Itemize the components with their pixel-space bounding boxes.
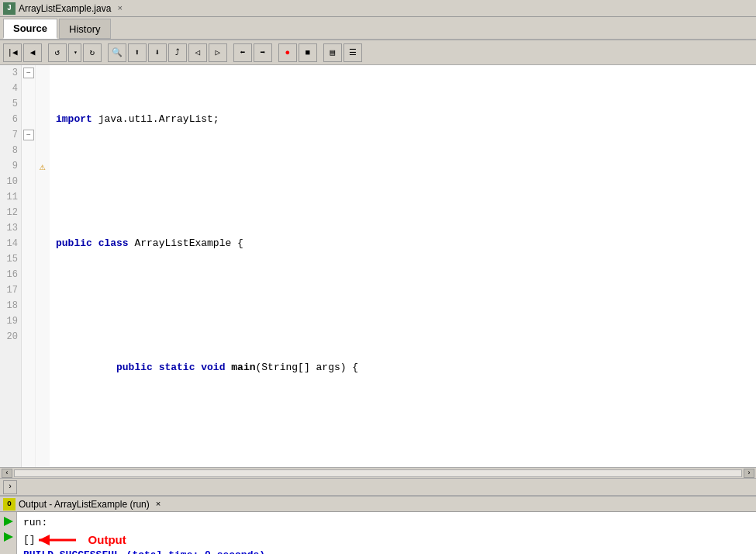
expand-button[interactable]: › [3,480,17,494]
line-num-12: 12 [0,205,21,220]
toolbar-btn-record[interactable]: ● [278,43,297,62]
play-triangle-icon-2 [4,532,13,542]
line-num-15: 15 [0,251,21,267]
bottom-expand-bar: › [0,478,756,495]
fold-btn-7[interactable]: − [23,130,34,140]
output-annotation-arrow [39,533,85,547]
toolbar-btn-stop[interactable]: ■ [299,43,317,62]
fold-gutter: − − [22,65,36,467]
play-triangle-icon [4,517,13,526]
editor-toolbar: |◀ ◀ ↺ ▾ ↻ 🔍 ⬆ ⬇ ⤴ ◁ ▷ ⬅ ➡ ● ■ ▤ ☰ [0,40,756,65]
code-line-7: public static void main(String[] args) { [50,360,756,376]
scroll-left-arrow[interactable]: ‹ [2,469,12,478]
tab-history[interactable]: History [59,19,110,39]
toolbar-btn-7[interactable]: ➡ [254,43,272,62]
toolbar-btn-toggle-bkpt[interactable]: ⤴ [168,43,187,62]
output-icon: O [3,498,16,511]
toolbar-btn-undo[interactable]: ↺ [48,43,67,62]
editor-container: 3 4 5 6 7 8 9 10 11 12 13 14 15 16 17 18… [0,65,756,467]
line-num-18: 18 [0,298,21,313]
output-panel-title: Output - ArrayListExample (run) [19,499,150,510]
line-num-16: 16 [0,267,21,282]
toolbar-btn-1[interactable]: |◀ [3,43,22,62]
output-annotation-text: Output [88,532,126,548]
code-area[interactable]: import java.util.ArrayList; public class… [50,65,756,467]
left-icon-area: ⚠ [36,65,50,467]
toolbar-dropdown-undo[interactable]: ▾ [68,43,81,62]
output-run-label: run: [23,515,750,531]
line-num-4: 4 [0,81,21,96]
line-num-10: 10 [0,174,21,189]
output-panel: O Output - ArrayListExample (run) × run:… [0,495,756,554]
run-button-2[interactable] [2,531,15,543]
code-line-4 [50,174,756,189]
line-num-14: 14 [0,236,21,251]
scroll-track[interactable] [14,469,742,477]
tab-source[interactable]: Source [3,19,57,39]
output-content: run: [] Output BUILD SUCCESSFUL (total t… [0,512,756,554]
warning-icon-line9: ⚠ [36,161,50,173]
line-num-5: 5 [0,96,21,112]
toolbar-btn-find-prev[interactable]: ⬆ [128,43,147,62]
toolbar-btn-search[interactable]: 🔍 [108,43,126,62]
line-num-6: 6 [0,112,21,127]
toolbar-btn-lines[interactable]: ☰ [343,43,362,62]
build-result: BUILD SUCCESSFUL (total time: 0 seconds) [23,548,750,554]
code-line-8 [50,422,756,438]
fold-btn-3[interactable]: − [23,68,34,78]
code-line-6 [50,298,756,313]
line-num-11: 11 [0,189,21,205]
title-bar: J ArrayListExample.java × [0,0,756,17]
toolbar-btn-6[interactable]: ⬅ [233,43,252,62]
toolbar-btn-columns[interactable]: ▤ [323,43,342,62]
output-body: run: [] Output BUILD SUCCESSFUL (total t… [17,512,756,554]
line-num-17: 17 [0,282,21,298]
close-tab-button[interactable]: × [117,4,123,13]
toolbar-btn-2[interactable]: ◀ [23,43,42,62]
line-num-9: 9 [0,158,21,174]
line-num-3: 3 [0,65,21,81]
line-num-19: 19 [0,313,21,329]
output-result: [] [23,532,36,548]
code-line-3: import java.util.ArrayList; [50,112,756,127]
line-numbers: 3 4 5 6 7 8 9 10 11 12 13 14 15 16 17 18… [0,65,22,467]
run-button-1[interactable] [2,515,15,528]
line-num-7: 7 [0,127,21,143]
output-annotation-row: [] Output [23,532,750,548]
output-title-bar: O Output - ArrayListExample (run) × [0,495,756,512]
horizontal-scrollbar[interactable]: ‹ › [0,467,756,478]
toolbar-btn-find-next[interactable]: ⬇ [148,43,167,62]
line-num-8: 8 [0,143,21,158]
output-close-button[interactable]: × [156,500,161,509]
toolbar-btn-redo[interactable]: ↻ [83,43,102,62]
line-num-13: 13 [0,220,21,236]
window-title: ArrayListExample.java [19,3,111,14]
scroll-right-arrow[interactable]: › [744,469,754,478]
code-line-5: public class ArrayListExample { [50,236,756,251]
toolbar-btn-nav-prev[interactable]: ◁ [188,43,207,62]
file-icon: J [3,2,16,15]
tab-bar: Source History [0,17,756,40]
output-side-buttons [0,512,17,554]
svg-marker-3 [39,535,50,545]
output-arrow-wrapper: Output [39,532,126,548]
toolbar-dropdown-undo-btn[interactable]: ▾ [68,43,81,62]
toolbar-btn-nav-next[interactable]: ▷ [209,43,227,62]
line-num-20: 20 [0,329,21,345]
